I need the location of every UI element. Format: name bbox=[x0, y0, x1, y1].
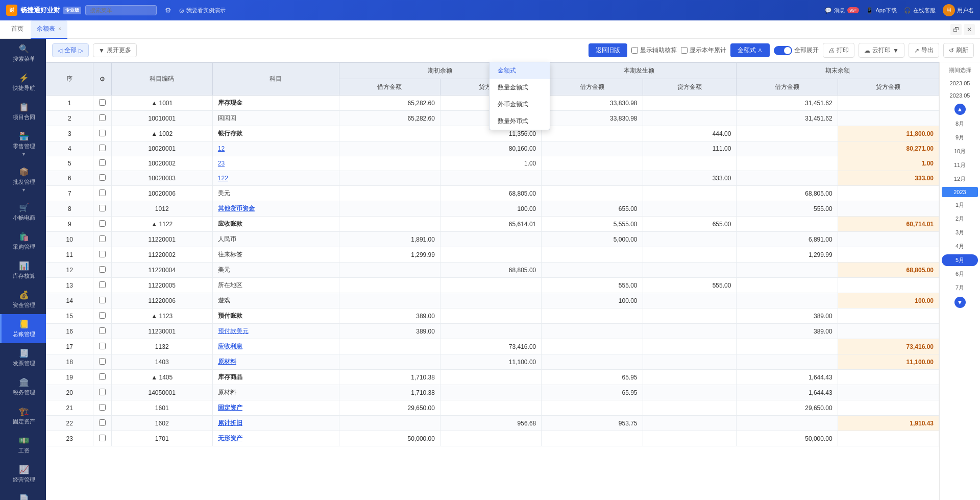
sidebar-item-fixed-assets[interactable]: 🏗️ 固定资产 bbox=[0, 401, 46, 431]
dropdown-item-qty-amount[interactable]: 数量金额式 bbox=[489, 79, 550, 96]
sidebar-item-tax[interactable]: 🏛️ 税务管理 bbox=[0, 372, 46, 401]
sidebar-item-invoice[interactable]: 🧾 发票管理 bbox=[0, 343, 46, 372]
sidebar-item-operations[interactable]: 📈 经营管理 bbox=[0, 460, 46, 489]
toggle-switch-control[interactable] bbox=[774, 46, 792, 55]
cell-account-name[interactable]: 12 bbox=[212, 141, 339, 156]
month-2[interactable]: 2月 bbox=[942, 213, 978, 225]
cell-account-name[interactable]: 23 bbox=[212, 156, 339, 171]
dropdown-item-amount[interactable]: 金额式 bbox=[489, 62, 550, 79]
cell-checkbox[interactable] bbox=[93, 278, 111, 293]
cell-account-name[interactable]: 固定资产 bbox=[212, 400, 339, 416]
cell-checkbox[interactable] bbox=[93, 431, 111, 446]
cell-checkbox[interactable] bbox=[93, 354, 111, 370]
cell-checkbox[interactable] bbox=[93, 324, 111, 339]
show-ytd-checkbox[interactable]: 显示本年累计 bbox=[681, 46, 726, 55]
amount-style-btn[interactable]: 金额式 ∧ bbox=[730, 43, 770, 57]
right-panel-date-end[interactable]: 2023.05 bbox=[942, 90, 978, 101]
right-nav-up-btn[interactable]: ▲ bbox=[954, 104, 966, 115]
sidebar-item-general-ledger[interactable]: 📒 总账管理 bbox=[0, 314, 46, 343]
refresh-btn[interactable]: ↺ 刷新 bbox=[943, 43, 974, 58]
month-10[interactable]: 10月 bbox=[942, 146, 978, 157]
all-filter-btn[interactable]: ◁ 全部 ▷ bbox=[52, 43, 89, 57]
sidebar-item-purchase[interactable]: 🛍️ 采购管理 bbox=[0, 227, 46, 256]
cell-checkbox[interactable] bbox=[93, 232, 111, 247]
month-4[interactable]: 4月 bbox=[942, 241, 978, 252]
month-3[interactable]: 3月 bbox=[942, 227, 978, 239]
cell-checkbox[interactable] bbox=[93, 156, 111, 171]
cloud-print-btn[interactable]: ☁ 云打印 ▼ bbox=[859, 43, 904, 58]
print-btn[interactable]: 🖨 打印 bbox=[823, 43, 854, 58]
window-close-btn[interactable]: ✕ bbox=[964, 24, 975, 35]
cell-checkbox[interactable] bbox=[93, 171, 111, 186]
year-2023[interactable]: 2023 bbox=[942, 187, 978, 197]
message-btn[interactable]: 💬 消息 99+ bbox=[825, 7, 859, 14]
cell-checkbox[interactable] bbox=[93, 339, 111, 354]
cell-account-name[interactable]: 122 bbox=[212, 171, 339, 186]
month-9[interactable]: 9月 bbox=[942, 132, 978, 144]
month-8[interactable]: 8月 bbox=[942, 118, 978, 130]
cell-account-name[interactable]: 无形资产 bbox=[212, 431, 339, 446]
app-download-btn[interactable]: 📱 App下载 bbox=[866, 7, 897, 14]
month-7[interactable]: 7月 bbox=[942, 282, 978, 294]
cell-checkbox[interactable] bbox=[93, 385, 111, 400]
cell-account-name[interactable]: 应收利息 bbox=[212, 339, 339, 354]
export-btn[interactable]: ↗ 导出 bbox=[909, 43, 939, 58]
right-nav-down-btn[interactable]: ▼ bbox=[954, 297, 966, 308]
sidebar-item-reports[interactable]: 📄 小畅报销 bbox=[0, 489, 46, 500]
cell-checkbox[interactable] bbox=[93, 217, 111, 232]
toggle-knob bbox=[784, 47, 791, 54]
month-1[interactable]: 1月 bbox=[942, 199, 978, 211]
sidebar-item-ecommerce[interactable]: 🛒 小畅电商 bbox=[0, 198, 46, 227]
sidebar-item-capital[interactable]: 💰 资金管理 bbox=[0, 285, 46, 314]
cell-cur-debit bbox=[542, 431, 643, 446]
th-settings[interactable]: ⚙ bbox=[93, 63, 111, 96]
sidebar-item-retail[interactable]: 🏪 零售管理 ▼ bbox=[0, 126, 46, 162]
dropdown-item-qty-foreign[interactable]: 数量外币式 bbox=[489, 113, 550, 130]
cell-checkbox[interactable] bbox=[93, 263, 111, 278]
top-search-input[interactable] bbox=[85, 5, 157, 15]
cell-checkbox[interactable] bbox=[93, 370, 111, 385]
cell-checkbox[interactable] bbox=[93, 96, 111, 111]
cell-checkbox[interactable] bbox=[93, 247, 111, 263]
sidebar-item-wholesale[interactable]: 📦 批发管理 ▼ bbox=[0, 162, 46, 198]
expand-more-btn[interactable]: ▼ 展开更多 bbox=[93, 43, 137, 57]
settings-gear-icon[interactable]: ⚙ bbox=[161, 3, 175, 17]
month-11[interactable]: 11月 bbox=[942, 159, 978, 171]
return-old-version-btn[interactable]: 返回旧版 bbox=[589, 43, 627, 57]
cell-account-name[interactable]: 预付款美元 bbox=[212, 324, 339, 339]
month-12[interactable]: 12月 bbox=[942, 173, 978, 185]
month-5[interactable]: 5月 bbox=[942, 254, 978, 266]
user-avatar[interactable]: 用 用户名 bbox=[943, 4, 974, 16]
cell-checkbox[interactable] bbox=[93, 111, 111, 126]
cell-checkbox[interactable] bbox=[93, 201, 111, 217]
cell-checkbox[interactable] bbox=[93, 126, 111, 141]
cell-checkbox[interactable] bbox=[93, 186, 111, 201]
cell-account-name[interactable]: 累计折旧 bbox=[212, 416, 339, 431]
sidebar-item-quick-nav[interactable]: ⚡ 快捷导航 bbox=[0, 68, 46, 97]
expand-all-toggle[interactable]: 全部展开 bbox=[774, 46, 819, 55]
sidebar-item-payroll[interactable]: 💵 工资 bbox=[0, 431, 46, 460]
show-auxiliary-checkbox[interactable]: 显示辅助核算 bbox=[631, 46, 677, 55]
cell-account-name[interactable]: 原材料 bbox=[212, 354, 339, 370]
cell-end-debit: 50,000.00 bbox=[737, 431, 838, 446]
window-restore-btn[interactable]: 🗗 bbox=[950, 24, 962, 35]
demo-link[interactable]: ◎ 我要看实例演示 bbox=[179, 7, 226, 14]
tab-balance-sheet[interactable]: 余额表 × bbox=[31, 20, 67, 39]
cell-checkbox[interactable] bbox=[93, 416, 111, 431]
cell-checkbox[interactable] bbox=[93, 400, 111, 416]
tab-home[interactable]: 首页 bbox=[5, 20, 30, 39]
cell-checkbox[interactable] bbox=[93, 141, 111, 156]
cell-checkbox[interactable] bbox=[93, 308, 111, 324]
sidebar-item-inventory[interactable]: 📊 库存核算 bbox=[0, 256, 46, 285]
cell-end-credit bbox=[838, 111, 939, 126]
table-row: 4100200011280,160.00111.0080,271.00 bbox=[46, 141, 939, 156]
sidebar-item-search[interactable]: 🔍 搜索菜单 bbox=[0, 39, 46, 68]
cell-account-name[interactable]: 其他货币资金 bbox=[212, 201, 339, 217]
online-service-btn[interactable]: 🎧 在线客服 bbox=[904, 7, 936, 14]
cell-checkbox[interactable] bbox=[93, 293, 111, 308]
right-panel-date-start[interactable]: 2023.05 bbox=[942, 78, 978, 88]
month-6[interactable]: 6月 bbox=[942, 268, 978, 280]
dropdown-item-foreign-amount[interactable]: 外币金额式 bbox=[489, 96, 550, 113]
tab-close-btn[interactable]: × bbox=[58, 26, 61, 32]
sidebar-item-project[interactable]: 📋 项目合同 bbox=[0, 97, 46, 126]
